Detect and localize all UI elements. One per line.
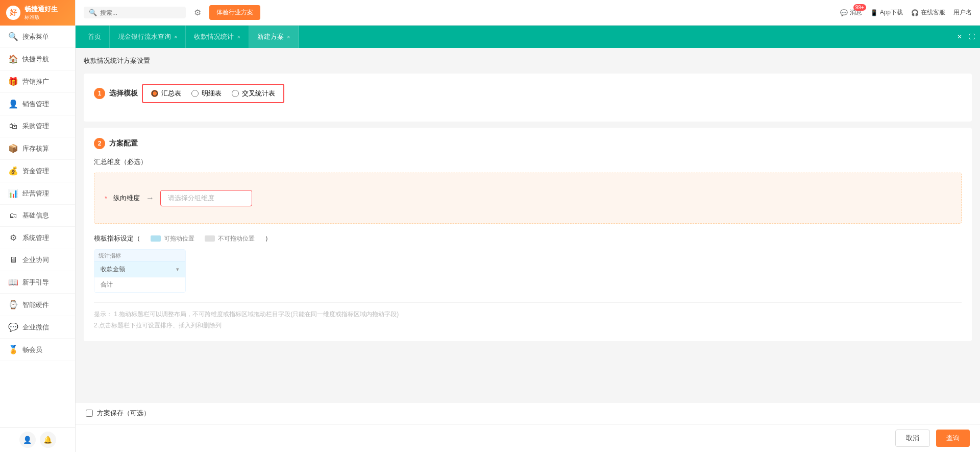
tab-close-receipt_stats[interactable]: × (237, 34, 240, 40)
step1-header: 1 选择模板 汇总表 明细表 交叉统计表 (94, 84, 962, 103)
dimension-arrow-icon: → (146, 194, 154, 203)
tab-receipt_stats[interactable]: 收款情况统计× (186, 26, 249, 48)
maximize-window-icon[interactable]: ⛶ (968, 33, 976, 41)
sidebar-item-member[interactable]: 🏅畅会员 (0, 339, 75, 361)
radio-detail-label: 明细表 (202, 89, 222, 98)
logo-text: 畅捷通好生 标准版 (24, 5, 58, 21)
sidebar-item-label-sales: 销售管理 (22, 100, 49, 109)
topbar-actions: 💬 消息 99+ 📱 App下载 🎧 在线客服 用户名 (840, 8, 972, 17)
required-mark: * (105, 195, 107, 202)
close-window-icon[interactable]: ✕ (955, 33, 964, 41)
page-title: 收款情况统计方案设置 (84, 56, 972, 65)
sidebar-item-finance[interactable]: 💰资金管理 (0, 160, 75, 182)
inventory-icon: 📦 (8, 144, 18, 153)
sidebar-footer-notification[interactable]: 🔔 (40, 432, 56, 448)
dimension-row: * 纵向维度 → 请选择分组维度 (105, 190, 252, 206)
sidebar-item-label-quicknav: 快捷导航 (22, 55, 49, 64)
settings-icon[interactable]: ⚙ (194, 8, 201, 17)
sidebar-item-purchase[interactable]: 🛍采购管理 (0, 115, 75, 137)
sidebar-item-marketing[interactable]: 🎁营销推广 (0, 70, 75, 93)
sidebar-item-guide[interactable]: 📖新手引导 (0, 271, 75, 294)
tab-close-new_plan[interactable]: × (287, 34, 290, 40)
marketing-icon: 🎁 (8, 77, 18, 86)
sidebar-item-enterprise[interactable]: 🖥企业协同 (0, 249, 75, 271)
dimension-title: 汇总维度（必选） (94, 157, 962, 166)
step1-section: 1 选择模板 汇总表 明细表 交叉统计表 (84, 74, 972, 122)
logo-icon: 好 (6, 6, 20, 20)
sidebar-item-wechat[interactable]: 💬企业微信 (0, 316, 75, 339)
sidebar-item-inventory[interactable]: 📦库存核算 (0, 137, 75, 160)
app-download-action[interactable]: 📱 App下载 (870, 8, 903, 17)
radio-detail[interactable]: 明细表 (191, 89, 222, 98)
tab-label-cashflow: 现金银行流水查询 (118, 32, 171, 41)
sidebar-item-label-operations: 经营管理 (22, 189, 49, 198)
tab-label-receipt_stats: 收款情况统计 (194, 32, 234, 41)
tab-label-home: 首页 (88, 32, 101, 41)
message-action[interactable]: 💬 消息 99+ (840, 8, 862, 17)
sidebar-logo: 好 畅捷通好生 标准版 (0, 0, 75, 26)
app-icon: 📱 (870, 9, 878, 16)
tip-line: 提示： 1.拖动标题栏可以调整布局，不可跨维度或指标区域拖动栏目字段(只能在同一… (94, 309, 962, 320)
search-input[interactable] (100, 9, 172, 16)
search-bar[interactable]: 🔍 (84, 7, 186, 18)
sidebar-nav: 🔍搜索菜单🏠快捷导航🎁营销推广👤销售管理🛍采购管理📦库存核算💰资金管理📊经营管理… (0, 26, 75, 427)
trial-button[interactable]: 体验行业方案 (209, 5, 260, 20)
hardware-icon: ⌚ (8, 300, 18, 310)
main-area: 🔍 ⚙ 体验行业方案 💬 消息 99+ 📱 App下载 🎧 在线客服 用户名 (76, 0, 980, 452)
sidebar-item-label-enterprise: 企业协同 (22, 255, 49, 265)
sidebar-item-quicknav[interactable]: 🏠快捷导航 (0, 48, 75, 70)
radio-detail-input[interactable] (191, 90, 199, 97)
draggable-color-swatch (151, 235, 161, 242)
radio-summary-input[interactable] (151, 90, 158, 97)
tabbar: 首页现金银行流水查询×收款情况统计×新建方案× ✕ ⛶ (76, 26, 980, 48)
quicknav-icon: 🏠 (8, 54, 18, 64)
sidebar-item-label-inventory: 库存核算 (22, 144, 49, 153)
sidebar-item-system[interactable]: ⚙系统管理 (0, 227, 75, 249)
operations-icon: 📊 (8, 188, 18, 198)
radio-cross-label: 交叉统计表 (242, 89, 275, 98)
save-option-checkbox[interactable] (86, 410, 93, 417)
tips-section: 提示： 1.拖动标题栏可以调整布局，不可跨维度或指标区域拖动栏目字段(只能在同一… (94, 302, 962, 331)
draggable-legend: 可拖动位置 (151, 234, 194, 243)
step2-section: 2 方案配置 汇总维度（必选） * 纵向维度 → 请选择分组维度 (84, 128, 972, 341)
sidebar-item-sales[interactable]: 👤销售管理 (0, 93, 75, 115)
metrics-dropdown-icon[interactable]: ▾ (176, 266, 179, 273)
save-option-bar: 方案保存（可选） (76, 402, 980, 424)
search-icon: 🔍 (8, 32, 18, 41)
metrics-config-title: 模板指标设定（ (94, 234, 140, 243)
radio-cross-input[interactable] (232, 90, 239, 97)
window-controls: ✕ ⛶ (955, 33, 976, 41)
sidebar-footer-user[interactable]: 👤 (19, 432, 36, 448)
metrics-table: 统计指标 收款金额 ▾ 合计 (94, 249, 186, 293)
fixed-color-swatch (205, 235, 215, 242)
tab-new_plan[interactable]: 新建方案× (249, 26, 299, 48)
radio-cross[interactable]: 交叉统计表 (232, 89, 275, 98)
tab-home[interactable]: 首页 (80, 26, 110, 48)
sidebar-item-search[interactable]: 🔍搜索菜单 (0, 26, 75, 48)
dimension-select[interactable]: 请选择分组维度 (160, 190, 252, 206)
sidebar-item-label-basic: 基础信息 (22, 211, 49, 220)
member-icon: 🏅 (8, 345, 18, 354)
sidebar-item-basic[interactable]: 🗂基础信息 (0, 205, 75, 227)
finance-icon: 💰 (8, 166, 18, 176)
metrics-config: 模板指标设定（ 可拖动位置 不可拖动位置 ） 统计指标 (94, 234, 962, 294)
sidebar-footer: 👤 🔔 (0, 427, 75, 452)
cancel-button[interactable]: 取消 (895, 430, 930, 447)
tab-cashflow[interactable]: 现金银行流水查询× (110, 26, 186, 48)
search-icon: 🔍 (89, 9, 97, 16)
tip-line: 2.点击标题栏下拉可设置排序、插入列和删除列 (94, 320, 962, 331)
tab-close-cashflow[interactable]: × (174, 34, 177, 40)
step2-title: 方案配置 (109, 139, 138, 148)
wechat-icon: 💬 (8, 322, 18, 332)
message-badge: 99+ (853, 4, 866, 11)
online-service-action[interactable]: 🎧 在线客服 (911, 8, 945, 17)
enterprise-icon: 🖥 (8, 255, 18, 265)
sidebar-item-operations[interactable]: 📊经营管理 (0, 182, 75, 205)
metrics-stats-label: 统计指标 (94, 250, 185, 262)
sidebar-item-hardware[interactable]: ⌚智能硬件 (0, 294, 75, 316)
query-button[interactable]: 查询 (936, 430, 970, 447)
sidebar: 好 畅捷通好生 标准版 🔍搜索菜单🏠快捷导航🎁营销推广👤销售管理🛍采购管理📦库存… (0, 0, 76, 452)
radio-summary[interactable]: 汇总表 (151, 89, 181, 98)
metrics-table-header[interactable]: 收款金额 ▾ (94, 262, 185, 277)
save-option-label: 方案保存（可选） (97, 409, 150, 418)
